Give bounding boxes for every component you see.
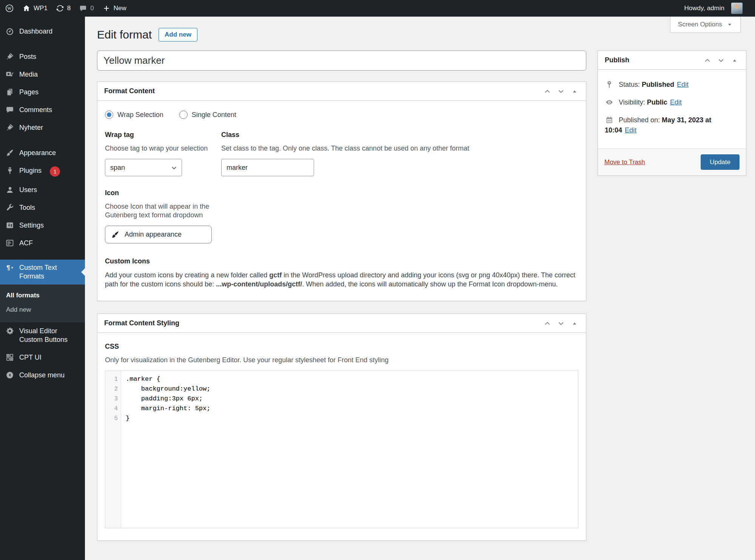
sidebar-item-plugins[interactable]: Plugins 1 — [0, 162, 85, 181]
edit-published-on-link[interactable]: Edit — [625, 126, 636, 134]
gear-icon — [5, 326, 14, 335]
format-content-header: Format Content — [97, 82, 586, 101]
code-line: } — [126, 414, 578, 423]
move-down-button[interactable] — [554, 317, 568, 330]
svg-text:¶: ¶ — [6, 264, 10, 271]
admin-sidebar: Dashboard Posts Media Pages Comments — [0, 17, 85, 560]
calendar-icon — [605, 115, 614, 125]
css-code-editor: 1 2 3 4 5 .marker { background:yellow; p… — [105, 371, 578, 528]
icon-label: Icon — [105, 189, 578, 197]
sidebar-item-users[interactable]: Users — [0, 181, 85, 199]
toggle-panel-button[interactable] — [568, 85, 581, 98]
icon-picker-button[interactable]: Admin appearance — [105, 226, 212, 243]
toggle-panel-button[interactable] — [568, 317, 581, 330]
panel-title: Format Content Styling — [104, 319, 179, 327]
publish-panel: Publish Status: PublishedEdit — [598, 51, 746, 176]
active-menu-arrow — [77, 268, 85, 276]
move-up-button[interactable] — [541, 85, 554, 98]
title-input[interactable] — [97, 51, 586, 71]
updates-count: 8 — [67, 5, 71, 12]
class-description: Set class to the tag. Only one class. Th… — [221, 144, 578, 153]
handle-actions — [701, 54, 741, 67]
new-content-menu[interactable]: New — [98, 0, 131, 17]
page-header: Edit format Add new — [97, 28, 746, 42]
visibility-row: Visibility: PublicEdit — [605, 97, 740, 108]
admin-bar: W WP1 8 0 New Howdy, admin — [0, 0, 755, 17]
screen-options-label: Screen Options — [678, 21, 722, 28]
main-content: Screen Options Edit format Add new Forma… — [85, 17, 755, 560]
code-line: background:yellow; — [126, 384, 578, 394]
sidebar-separator — [0, 252, 85, 260]
screen-options-tab[interactable]: Screen Options — [670, 17, 741, 33]
sidebar-item-nyheter[interactable]: Nyheter — [0, 119, 85, 137]
acf-icon — [5, 238, 14, 248]
toggle-panel-button[interactable] — [728, 54, 741, 67]
sidebar-item-acf[interactable]: ACF — [0, 234, 85, 252]
sidebar-item-comments[interactable]: Comments — [0, 101, 85, 119]
single-content-radio[interactable]: Single Content — [179, 111, 236, 119]
comments-menu[interactable]: 0 — [75, 0, 98, 17]
edit-visibility-link[interactable]: Edit — [670, 98, 682, 106]
sidebar-item-appearance[interactable]: Appearance — [0, 144, 85, 162]
wordpress-logo-icon: W — [5, 4, 14, 13]
wp-logo-menu[interactable]: W — [1, 0, 18, 17]
avatar — [731, 3, 743, 14]
wrap-tag-description: Choose tag to wrap your selection — [105, 144, 221, 153]
class-label: Class — [221, 131, 578, 139]
visibility-value: Public — [647, 98, 667, 106]
sidebar-item-cpt-ui[interactable]: CPT UI — [0, 349, 85, 366]
css-label: CSS — [105, 343, 578, 351]
submenu-item-add-new[interactable]: Add new — [0, 303, 85, 317]
move-down-button[interactable] — [554, 85, 568, 98]
format-content-styling-header: Format Content Styling — [97, 314, 586, 333]
comments-count: 0 — [90, 5, 94, 12]
wrap-tag-select[interactable]: span — [105, 159, 182, 176]
wrench-icon — [5, 203, 14, 212]
css-description: Only for visualization in the Gutenberg … — [105, 356, 578, 365]
icon-description: Choose Icon that will appear in the Gute… — [105, 202, 218, 220]
sidebar-item-dashboard[interactable]: Dashboard — [0, 23, 85, 40]
add-new-button[interactable]: Add new — [159, 28, 197, 42]
site-name-menu[interactable]: WP1 — [18, 0, 52, 17]
move-to-trash-link[interactable]: Move to Trash — [604, 158, 645, 166]
paintbrush-icon — [111, 230, 120, 239]
sidebar-item-media[interactable]: Media — [0, 66, 85, 83]
pages-icon — [5, 88, 14, 97]
code-line: margin-right: 5px; — [126, 404, 578, 414]
collapse-menu-icon — [5, 371, 14, 380]
code-line: padding:3px 6px; — [126, 394, 578, 404]
wrap-tag-label: Wrap tag — [105, 131, 221, 139]
sidebar-item-collapse-menu[interactable]: Collapse menu — [0, 366, 85, 384]
howdy-text: Howdy, admin — [684, 5, 724, 12]
radio-checked-icon — [105, 111, 113, 119]
plus-icon — [102, 4, 111, 12]
wrap-selection-radio[interactable]: Wrap Selection — [105, 111, 163, 119]
sidebar-item-posts[interactable]: Posts — [0, 48, 85, 66]
format-content-styling-panel: Format Content Styling CSS Only for visu… — [97, 314, 586, 541]
pushpin-icon — [5, 123, 14, 132]
move-up-button[interactable] — [541, 317, 554, 330]
move-down-button[interactable] — [714, 54, 728, 67]
dashboard-icon — [5, 27, 14, 36]
move-up-button[interactable] — [701, 54, 714, 67]
sidebar-item-pages[interactable]: Pages — [0, 83, 85, 101]
sidebar-item-visual-editor-custom-buttons[interactable]: Visual Editor Custom Buttons — [0, 322, 85, 349]
code-area[interactable]: .marker { background:yellow; padding:3px… — [121, 371, 578, 528]
sidebar-item-custom-text-formats[interactable]: ¶ Custom Text Formats — [0, 260, 85, 285]
cpt-ui-icon — [5, 353, 14, 362]
updates-menu[interactable]: 8 — [52, 0, 75, 17]
edit-status-link[interactable]: Edit — [677, 81, 689, 88]
sidebar-item-tools[interactable]: Tools — [0, 199, 85, 217]
plugins-update-badge: 1 — [50, 166, 60, 177]
sidebar-separator — [0, 40, 85, 48]
update-button[interactable]: Update — [701, 154, 740, 170]
account-menu[interactable]: Howdy, admin — [680, 0, 747, 17]
submenu-item-all-formats[interactable]: All formats — [0, 288, 85, 303]
settings-icon — [5, 221, 14, 230]
publish-header: Publish — [598, 51, 746, 70]
sidebar-item-settings[interactable]: Settings — [0, 217, 85, 234]
published-on-row: Published on: May 31, 2023 at 10:04Edit — [605, 115, 740, 135]
home-icon — [22, 4, 31, 12]
media-icon — [5, 70, 14, 79]
class-input[interactable] — [221, 159, 314, 176]
